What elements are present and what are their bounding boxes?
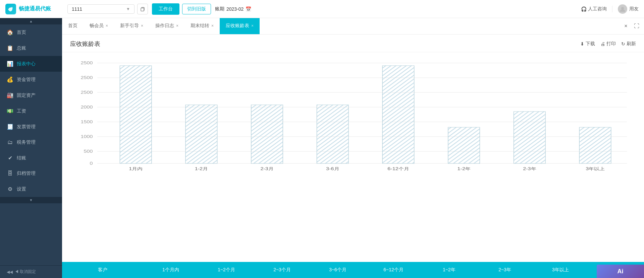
svg-rect-32: [514, 112, 545, 163]
tab-oplog[interactable]: 操作日志 ×: [149, 18, 184, 34]
tab-home[interactable]: 首页: [62, 18, 84, 34]
sidebar-item-assets[interactable]: 🏭 固定资产: [0, 87, 62, 103]
tab-member[interactable]: 畅会员 ×: [84, 18, 114, 34]
window-expand-button[interactable]: ⛶: [632, 21, 641, 31]
copy-button[interactable]: [137, 4, 148, 14]
sidebar-label-closing: 结账: [17, 155, 26, 161]
chevron-down-icon: ▼: [126, 7, 130, 11]
tab-aging-close[interactable]: ×: [251, 24, 254, 28]
sidebar-item-funds[interactable]: 💰 资金管理: [0, 72, 62, 87]
table-col-1m: 1个月内: [143, 267, 199, 273]
svg-text:1-2年: 1-2年: [457, 166, 470, 171]
sidebar-scroll-up[interactable]: ▲: [0, 18, 62, 24]
svg-text:3年以上: 3年以上: [586, 166, 605, 171]
print-label: 打印: [606, 41, 616, 47]
tab-period-end-close[interactable]: ×: [211, 24, 214, 28]
download-button[interactable]: ⬇ 下载: [580, 41, 595, 47]
refresh-button[interactable]: ↻ 刷新: [621, 41, 636, 47]
workbench-button[interactable]: 工作台: [152, 3, 179, 15]
user-name: 用友: [629, 6, 639, 12]
calendar-icon[interactable]: 📅: [246, 6, 251, 12]
tab-oplog-close[interactable]: ×: [176, 24, 178, 28]
content-area: 首页 畅会员 × 新手引导 × 操作日志 × 期末结转 × 应收账龄表 ×: [62, 18, 644, 278]
print-button[interactable]: 🖨 打印: [600, 41, 616, 47]
ledger-icon: 📋: [7, 45, 13, 51]
avatar: [618, 4, 627, 14]
svg-point-2: [621, 7, 624, 10]
table-col-3y-plus: 3年以上: [533, 267, 588, 273]
sidebar-item-ledger[interactable]: 📋 总账: [0, 40, 62, 56]
tab-period-end-label: 期末结转: [191, 23, 209, 29]
svg-rect-30: [448, 127, 480, 163]
table-col-2-3y: 2~3年: [477, 267, 533, 273]
svg-text:1500: 1500: [80, 120, 93, 124]
sidebar-item-archive[interactable]: 🗄 归档管理: [0, 166, 62, 181]
sidebar-item-invoices[interactable]: 🧾 发票管理: [0, 119, 62, 135]
sidebar-item-payroll[interactable]: 💵 工资: [0, 103, 62, 119]
tabs-actions: × ⛶: [621, 21, 644, 31]
company-name: 1111: [72, 6, 123, 12]
svg-point-0: [11, 7, 13, 9]
sidebar-label-invoices: 发票管理: [17, 124, 36, 130]
sidebar-item-tax[interactable]: 🗂 税务管理: [0, 135, 62, 150]
sidebar-item-home[interactable]: 🏠 首页: [0, 24, 62, 40]
svg-text:1-2月: 1-2月: [195, 166, 208, 171]
svg-rect-26: [317, 105, 348, 163]
tab-home-label: 首页: [68, 23, 77, 29]
sidebar-item-closing[interactable]: ✔ 结账: [0, 150, 62, 166]
sidebar-scroll-down[interactable]: ▼: [0, 197, 62, 203]
sidebar-label-archive: 归档管理: [17, 170, 36, 177]
logo-text: 畅捷通易代账: [19, 5, 51, 12]
tab-member-label: 畅会员: [90, 23, 104, 29]
tab-guide[interactable]: 新手引导 ×: [114, 18, 149, 34]
tab-period-end[interactable]: 期末结转 ×: [184, 18, 220, 34]
svg-rect-20: [120, 66, 151, 163]
svg-text:2-3年: 2-3年: [523, 166, 536, 171]
refresh-icon: ↻: [621, 41, 625, 47]
closing-icon: ✔: [7, 155, 13, 161]
tab-aging-label: 应收账龄表: [226, 23, 249, 29]
sidebar-label-assets: 固定资产: [17, 92, 36, 98]
consultation-link[interactable]: 🎧 人工咨询: [581, 6, 607, 12]
cancel-fixed-button[interactable]: ◀◀ ◀ 取消固定: [0, 265, 62, 278]
table-header: 客户 1个月内 1~2个月 2~3个月 3~6个月 6~12个月 1~2年 2~…: [62, 262, 644, 278]
sidebar-label-ledger: 总账: [17, 45, 26, 51]
download-icon: ⬇: [580, 41, 584, 47]
tab-guide-label: 新手引导: [120, 23, 139, 29]
ai-badge[interactable]: Ai: [597, 265, 644, 278]
top-header: 畅捷通易代账 1111 ▼ 工作台 切到旧版 账期 2023-02 📅 🎧 人工…: [0, 0, 644, 18]
tax-icon: 🗂: [7, 139, 13, 145]
svg-text:2-3月: 2-3月: [260, 166, 273, 171]
headset-icon: 🎧: [581, 6, 587, 12]
sidebar-label-settings: 设置: [17, 186, 26, 192]
table-col-customer: 客户: [62, 267, 143, 273]
svg-text:1000: 1000: [80, 134, 93, 139]
period-label: 账期: [215, 6, 224, 12]
table-col-3-6m: 3~6个月: [310, 267, 366, 273]
svg-rect-24: [251, 105, 283, 163]
cancel-fixed-icon: ◀◀: [7, 270, 13, 274]
window-close-button[interactable]: ×: [621, 21, 631, 31]
svg-text:2500: 2500: [80, 61, 93, 65]
period-value: 2023-02: [226, 6, 244, 12]
user-info[interactable]: 用友: [618, 4, 639, 14]
reports-icon: 📊: [7, 61, 13, 67]
tab-aging[interactable]: 应收账龄表 ×: [220, 18, 260, 34]
sidebar: ▲ 🏠 首页 📋 总账 📊 报表中心 💰 资金管理 🏭 固定资产 💵 工资 🧾 …: [0, 18, 62, 278]
table-col-2-3m: 2~3个月: [254, 267, 310, 273]
company-selector[interactable]: 1111 ▼: [67, 4, 135, 14]
funds-icon: 💰: [7, 76, 13, 83]
svg-rect-28: [382, 66, 414, 163]
home-icon: 🏠: [7, 29, 13, 36]
tab-guide-close[interactable]: ×: [141, 24, 143, 28]
sidebar-label-tax: 税务管理: [17, 139, 36, 145]
assets-icon: 🏭: [7, 92, 13, 98]
svg-text:2500: 2500: [80, 75, 93, 80]
sidebar-item-reports[interactable]: 📊 报表中心: [0, 56, 62, 72]
tab-member-close[interactable]: ×: [106, 24, 108, 28]
svg-rect-22: [185, 105, 217, 163]
switch-version-button[interactable]: 切到旧版: [182, 4, 211, 14]
logo-icon: [5, 4, 16, 14]
svg-text:2000: 2000: [80, 105, 93, 109]
sidebar-item-settings[interactable]: ⚙ 设置: [0, 181, 62, 197]
